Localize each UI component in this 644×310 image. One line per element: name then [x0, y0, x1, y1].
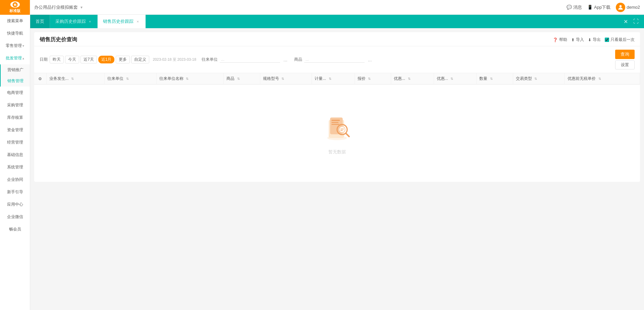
export-button[interactable]: ⬇ 导出	[588, 37, 601, 43]
goods-filter-dots[interactable]: ...	[367, 57, 373, 62]
filter-bar: 日期 昨天 今天 近7天 近1月 更多 自定义 2023-02-18 至 202…	[34, 46, 640, 73]
tab-home-label: 首页	[36, 18, 44, 24]
th-unit[interactable]: 计量... ⇅	[312, 73, 355, 85]
th-no-tax-price-label: 优惠前无税单价	[568, 76, 596, 81]
data-table: ⚙ 业务发生... ⇅ 往来单位 ⇅ 往来单位名称	[34, 73, 640, 85]
message-button[interactable]: 💬 消息	[567, 4, 582, 10]
help-button[interactable]: ❓ 帮助	[553, 37, 567, 43]
th-partner-name-label: 往来单位名称	[159, 76, 183, 81]
sidebar-item-label: 畅会员	[9, 226, 21, 232]
chevron-down-icon: ▾	[22, 44, 24, 48]
sidebar-item-system[interactable]: 系统管理	[0, 161, 30, 173]
th-discount1[interactable]: 优惠... ⇅	[391, 73, 434, 85]
sidebar-item-label: 企业微信	[7, 214, 23, 220]
tab-purchase-history-close[interactable]: ×	[88, 19, 92, 24]
sidebar-item-label: 企业协同	[7, 177, 23, 183]
topbar-right: 💬 消息 📱 App下载 demo2	[567, 3, 640, 12]
sidebar-submenu-wholesale: 营销推广 销售管理	[0, 64, 30, 87]
import-icon: ⬆	[571, 38, 575, 42]
tab-sales-history[interactable]: 销售历史价跟踪 ×	[98, 15, 145, 28]
sidebar-item-newbie[interactable]: 新手引导	[0, 186, 30, 198]
export-icon: ⬇	[588, 38, 591, 42]
export-label: 导出	[593, 37, 601, 43]
sidebar-item-wholesale-mgmt[interactable]: 批发管理 ▴	[0, 52, 30, 64]
page-title: 销售历史价查询	[40, 36, 77, 43]
tab-home[interactable]: 首页	[30, 15, 50, 28]
date-btn-more[interactable]: 更多	[116, 56, 130, 63]
sidebar-logo: 畅 标准版	[0, 0, 30, 15]
date-btn-7days[interactable]: 近7天	[80, 56, 97, 63]
sidebar-item-finance[interactable]: 资金管理	[0, 124, 30, 136]
th-partner-code-label: 往来单位	[107, 76, 123, 81]
sidebar-item-marketing[interactable]: 营销推广	[1, 64, 30, 75]
settings-icon: ⚙	[38, 76, 42, 81]
svg-rect-8	[331, 124, 339, 125]
username-label: demo2	[627, 5, 640, 10]
empty-text: 暂无数据	[328, 149, 346, 155]
th-no-tax-price[interactable]: 优惠前无税单价 ⇅	[565, 73, 640, 85]
goods-filter-input[interactable]	[304, 56, 365, 63]
tab-sales-history-close[interactable]: ×	[136, 19, 140, 24]
query-button[interactable]: 查询	[615, 50, 635, 59]
th-goods-label: 商品	[226, 76, 234, 81]
tabbar: 首页 采购历史价跟踪 × 销售历史价跟踪 × ✕ ⛶	[30, 15, 644, 28]
sidebar-item-quick-nav[interactable]: 快捷导航	[0, 27, 30, 40]
sidebar-item-basics[interactable]: 基础信息	[0, 149, 30, 161]
sidebar-item-operations[interactable]: 经营管理	[0, 136, 30, 149]
th-trade-type[interactable]: 交易类型 ⇅	[513, 73, 565, 85]
only-last-checkbox[interactable]	[605, 38, 609, 42]
th-partner-code[interactable]: 往来单位 ⇅	[105, 73, 156, 85]
th-unit-label: 计量...	[315, 76, 326, 81]
date-btn-custom[interactable]: 自定义	[131, 56, 149, 63]
import-button[interactable]: ⬆ 导入	[571, 37, 584, 43]
tab-purchase-history[interactable]: 采购历史价跟踪 ×	[50, 15, 98, 28]
chevron-up-icon: ▴	[22, 56, 24, 60]
sidebar-item-retail-mgmt[interactable]: 零售管理 ▾	[0, 40, 30, 52]
date-btn-yesterday[interactable]: 昨天	[50, 56, 64, 63]
th-qty[interactable]: 数量 ⇅	[477, 73, 513, 85]
sidebar-item-purchase-mgmt[interactable]: 采购管理	[0, 99, 30, 111]
sidebar-item-label: 采购管理	[7, 102, 23, 108]
user-profile[interactable]: demo2	[616, 3, 640, 12]
sidebar-item-search-menu[interactable]: 搜索菜单	[0, 15, 30, 27]
settings-button[interactable]: 设置	[615, 60, 635, 69]
th-spec-label: 规格型号	[263, 76, 279, 81]
partner-filter-dots[interactable]: ...	[282, 57, 289, 62]
th-partner-name[interactable]: 往来单位名称 ⇅	[156, 73, 224, 85]
sort-icon-trade-type: ⇅	[534, 77, 537, 81]
date-btn-1month[interactable]: 近1月	[98, 56, 115, 63]
sidebar-item-app-center[interactable]: 应用中心	[0, 198, 30, 211]
th-spec[interactable]: 规格型号 ⇅	[260, 73, 312, 85]
import-label: 导入	[576, 37, 584, 43]
sidebar-item-corp-wechat[interactable]: 企业微信	[0, 211, 30, 223]
date-btn-today[interactable]: 今天	[65, 56, 79, 63]
th-biz-date[interactable]: 业务发生... ⇅	[46, 73, 105, 85]
th-discount2[interactable]: 优惠... ⇅	[434, 73, 477, 85]
message-label: 消息	[573, 4, 582, 10]
only-last-checkbox-label[interactable]: 只看最后一次	[605, 37, 635, 43]
partner-filter-input[interactable]	[220, 56, 280, 63]
th-settings[interactable]: ⚙	[34, 73, 46, 85]
main-content: 办公用品行业模拟账套 ▾ 💬 消息 📱 App下载 demo2	[30, 0, 644, 310]
sort-icon-no-tax-price: ⇅	[598, 77, 601, 81]
svg-rect-6	[331, 120, 340, 121]
tab-maximize-icon[interactable]: ⛶	[632, 18, 640, 25]
sidebar-item-inventory[interactable]: 库存核算	[0, 111, 30, 124]
topbar-dropdown-icon[interactable]: ▾	[80, 5, 83, 10]
sidebar-item-sales-mgmt[interactable]: 销售管理	[1, 75, 30, 87]
sidebar-item-ecom-mgmt[interactable]: 电商管理	[0, 87, 30, 99]
th-goods[interactable]: 商品 ⇅	[224, 73, 260, 85]
sidebar-item-label: 系统管理	[7, 164, 23, 170]
tab-close-icon[interactable]: ✕	[622, 18, 629, 25]
message-icon: 💬	[567, 5, 572, 10]
sidebar-item-member[interactable]: 畅会员	[0, 223, 30, 236]
logo-icon: 畅	[10, 1, 20, 8]
filter-actions: 查询 设置	[615, 50, 635, 69]
th-price[interactable]: 报价 ⇅	[355, 73, 391, 85]
sidebar-item-enterprise[interactable]: 企业协同	[0, 173, 30, 186]
help-icon: ❓	[553, 38, 558, 42]
empty-icon	[320, 111, 354, 145]
sidebar-item-label: 资金管理	[7, 127, 23, 133]
app-download-button[interactable]: 📱 App下载	[587, 4, 610, 10]
sidebar-item-label: 经营管理	[7, 140, 23, 145]
